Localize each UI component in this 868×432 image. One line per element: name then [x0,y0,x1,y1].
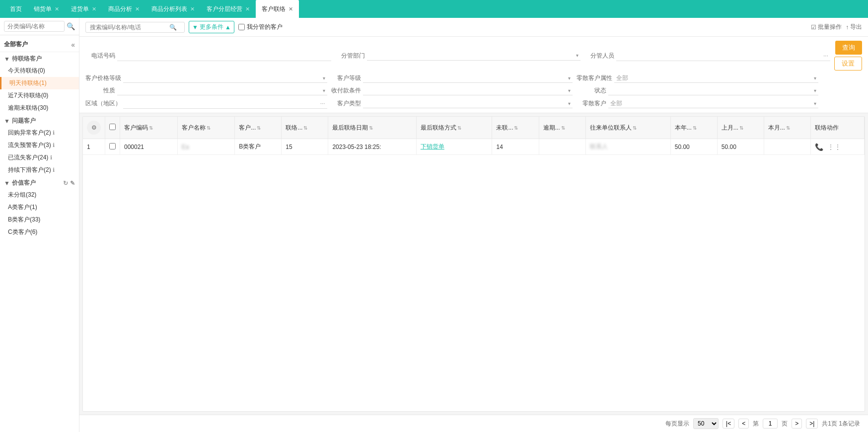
prev-page-btn[interactable]: < [738,419,749,429]
filter-customer-level-wrap: ▾ [363,73,573,83]
nav-home[interactable]: 首页 [4,0,28,18]
sidebar-item-tomorrow[interactable]: 明天待联络(1) [0,77,79,89]
th-this-year[interactable]: 本年... ⇅ [670,117,717,139]
filter-payment-wrap: ▾ [363,86,573,95]
nav-item-5[interactable]: 客户联络 ✕ [256,0,299,18]
toolbar-right: ☑ 批量操作 ↑ 导出 [811,23,862,31]
sidebar-item-7days[interactable]: 近7天待联络(0) [0,89,79,102]
chevron-down-icon-payment: ▾ [568,88,571,93]
close-icon-1[interactable]: ✕ [92,6,96,12]
sidebar-search-input[interactable] [4,21,65,32]
select-all-checkbox[interactable] [109,124,116,130]
nav-item-4[interactable]: 客户分层经营 ✕ [201,0,256,18]
filter-status-select[interactable] [610,87,814,94]
sidebar-item-churned[interactable]: 已流失客户(24) ℹ [0,151,79,164]
filter-dept-select-wrap: ▾ [367,51,581,61]
sidebar-item-repurchase-abnormal[interactable]: 回购异常客户(2) ℹ [0,127,79,139]
collapse-icon[interactable]: « [71,41,75,49]
info-icon-2: ℹ [50,154,52,160]
sidebar-search-icon[interactable]: 🔍 [67,22,75,30]
sidebar: 🔍 全部客户 « ▼ 待联络客户 今天待联络(0) 明天待联络(1) 近7天待联… [0,18,79,432]
filter-dept-select[interactable] [369,52,577,59]
group-name-2: 价值客户 [12,179,36,187]
group-arrow-0: ▼ [4,56,10,63]
th-customer-name[interactable]: 客户名称 ⇅ [177,117,235,139]
sidebar-item-churn-warning[interactable]: 流失预警客户(3) ℹ [0,139,79,151]
chevron-down-icon-status: ▾ [814,88,816,93]
setting-btn[interactable]: 设置 [834,57,862,71]
th-customer-code[interactable]: 客户编码 ⇅ [120,117,178,139]
next-page-btn[interactable]: > [792,419,802,429]
phone-icon[interactable]: 📞 [815,143,823,151]
sidebar-item-ungrouped[interactable]: 未分组(32) [0,189,79,201]
filter-price-level-select[interactable] [125,74,323,81]
batch-op-btn[interactable]: ☑ 批量操作 [811,23,842,31]
my-customers-checkbox-label[interactable]: 我分管的客户 [238,23,283,31]
filter-scatter-label: 零散客户 [577,99,606,108]
nav-item-3[interactable]: 商品分析列表 ✕ [145,0,201,18]
cell-checkbox[interactable] [105,139,120,155]
th-last-contact-date[interactable]: 最后联络日期 ⇅ [328,117,416,139]
filter-cell-customer-type: 客户类型 ▾ [331,99,573,108]
export-btn[interactable]: ↑ 导出 [846,23,862,31]
filter-scatter-select[interactable]: 全部 [610,100,814,107]
sidebar-item-overdue[interactable]: 逾期未联络(30) [0,102,79,114]
th-contact-count[interactable]: 联络... ⇅ [282,117,328,139]
sidebar-item-churned-label: 已流失客户(24) [8,154,48,161]
close-icon-5[interactable]: ✕ [289,6,293,12]
my-customers-checkbox[interactable] [238,24,245,30]
filter-phone-input[interactable] [117,51,331,61]
refresh-icon[interactable]: ↻ [63,180,68,187]
page-number-input[interactable] [763,419,778,429]
dots-icon-manager[interactable]: ··· [823,52,828,59]
search-icon[interactable]: 🔍 [169,24,177,31]
close-icon-0[interactable]: ✕ [55,6,59,12]
page-size-label: 每页显示 [665,420,689,428]
gear-icon[interactable]: ⚙ [87,121,101,135]
filter-btn[interactable]: ▼ 更多条件 ▲ [189,21,234,33]
sidebar-item-type-b[interactable]: B类客户(33) [0,214,79,226]
sidebar-item-declining[interactable]: 持续下滑客户(2) ℹ [0,164,79,176]
th-unlinkday[interactable]: 未联... ⇅ [492,117,539,139]
nav-item-1[interactable]: 进货单 ✕ [65,0,102,18]
sidebar-item-type-a[interactable]: A类客户(1) [0,201,79,214]
query-btn[interactable]: 查询 [835,41,862,55]
last-method-link[interactable]: 下销货单 [421,143,444,150]
filter-customer-type-label: 客户类型 [331,99,361,108]
filter-phone-label: 电话号码 [85,52,115,60]
edit-icon[interactable]: ✎ [70,180,75,187]
close-icon-4[interactable]: ✕ [245,6,250,12]
search-input[interactable] [90,24,169,31]
cell-last-method[interactable]: 下销货单 [416,139,492,155]
dots-icon-region[interactable]: ··· [320,100,325,107]
page-size-select[interactable]: 50 100 [693,418,719,429]
filter-scatter-attr-label: 零散客户属性 [577,74,612,82]
content-area: 🔍 ▼ 更多条件 ▲ 我分管的客户 ☑ 批量操作 ↑ 导出 [79,18,868,432]
th-this-month[interactable]: 本月... ⇅ [764,117,810,139]
close-icon-2[interactable]: ✕ [135,6,140,12]
close-icon-3[interactable]: ✕ [190,6,195,12]
th-overdue[interactable]: 逾期... ⇅ [539,117,585,139]
grid-icon[interactable]: ⋮⋮ [827,143,841,151]
th-customer-type[interactable]: 客户... ⇅ [235,117,282,139]
first-page-btn[interactable]: |< [723,419,734,429]
sort-icon-lastmonth: ⇅ [739,125,743,131]
filter-customer-type-select[interactable] [365,100,569,107]
row-checkbox[interactable] [109,143,116,149]
sidebar-item-today[interactable]: 今天待联络(0) [0,65,79,77]
page-label: 第 [753,420,759,428]
filter-scatter-attr-select[interactable]: 全部 [616,74,814,81]
nav-item-0[interactable]: 销货单 ✕ [28,0,65,18]
filter-customer-level-select[interactable] [365,74,569,81]
last-page-btn[interactable]: >| [806,419,818,429]
sidebar-item-type-c[interactable]: C类客户(6) [0,226,79,238]
filter-nature-select[interactable] [119,87,323,94]
filter-row-0: 电话号码 分管部门 ▾ 分管人员 ··· [85,41,862,71]
th-last-contact-method[interactable]: 最后联络方式 ⇅ [416,117,492,139]
th-gear[interactable]: ⚙ [83,117,105,139]
nav-item-2[interactable]: 商品分析 ✕ [102,0,145,18]
table-row: 1 000021 Ea B类客户 15 2023-05-23 18:25: 下销… [83,139,865,155]
filter-payment-select[interactable] [365,87,569,94]
th-contact-person[interactable]: 往来单位联系人 ⇅ [585,117,670,139]
th-last-month[interactable]: 上月... ⇅ [717,117,764,139]
